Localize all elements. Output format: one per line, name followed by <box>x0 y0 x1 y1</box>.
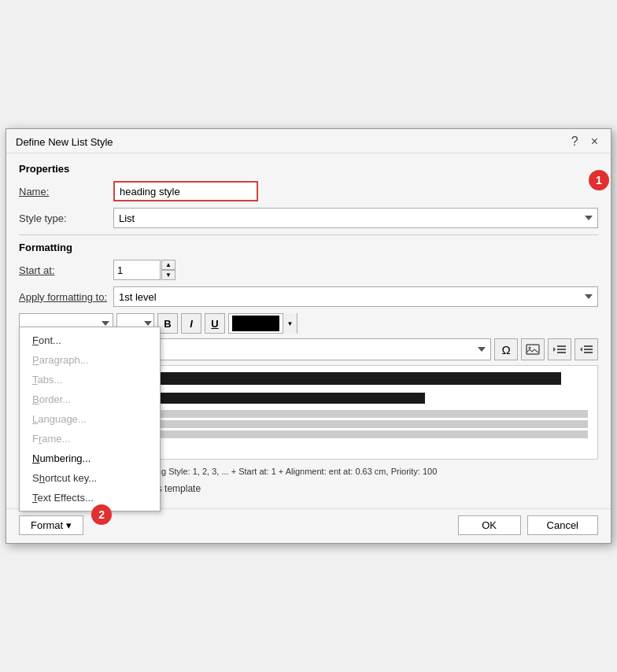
formatting-section-label: Formatting <box>19 242 598 253</box>
dropdown-item-paragraph: Paragraph... <box>20 350 160 370</box>
properties-section-label: Properties <box>19 163 598 175</box>
title-bar-controls: ? × <box>568 135 601 148</box>
color-dropdown-arrow[interactable]: ▼ <box>283 313 297 334</box>
svg-rect-12 <box>526 345 539 354</box>
dropdown-item-shortcut[interactable]: Shortcut key... <box>20 468 160 488</box>
cancel-button[interactable]: Cancel <box>527 515 598 535</box>
format-button-wrapper: Format ▾ 2 <box>19 515 83 535</box>
define-new-list-style-dialog: Define New List Style ? × Properties Nam… <box>6 128 611 543</box>
start-at-input[interactable] <box>113 260 161 280</box>
annotation-badge-2: 2 <box>91 504 112 525</box>
start-at-row: Start at: ▲ ▼ <box>19 260 598 280</box>
style-type-label: Style type: <box>19 212 113 224</box>
name-row: Name: 1 <box>19 181 598 201</box>
increase-indent-icon <box>579 342 593 356</box>
divider-1 <box>19 234 598 235</box>
help-button[interactable]: ? <box>568 135 582 148</box>
svg-rect-16 <box>557 352 566 353</box>
name-label: Name: <box>19 186 113 198</box>
apply-to-select[interactable]: 1st level 2nd level 3rd level <box>113 286 598 307</box>
start-at-down[interactable]: ▼ <box>161 270 175 280</box>
svg-point-13 <box>529 347 531 349</box>
svg-rect-18 <box>584 349 593 350</box>
dropdown-item-font[interactable]: Font... <box>20 330 160 350</box>
format-button[interactable]: Format ▾ <box>19 515 83 535</box>
name-input[interactable] <box>113 181 258 201</box>
apply-to-row: Apply formatting to: 1st level 2nd level… <box>19 286 598 307</box>
dialog-footer: Format ▾ 2 OK Cancel <box>6 508 611 543</box>
dropdown-item-border: Border... <box>20 390 160 409</box>
svg-rect-15 <box>557 349 566 350</box>
svg-rect-14 <box>557 345 566 347</box>
font-color-picker[interactable]: ▼ <box>228 313 297 334</box>
svg-rect-17 <box>584 345 593 347</box>
picture-button[interactable] <box>521 338 545 360</box>
close-button[interactable]: × <box>588 135 601 148</box>
name-input-wrapper: 1 <box>113 181 598 201</box>
dropdown-item-frame: Frame... <box>20 429 160 449</box>
decrease-indent-button[interactable] <box>548 338 571 360</box>
dropdown-item-text-effects[interactable]: Text Effects... <box>20 488 160 508</box>
ok-cancel-group: OK Cancel <box>458 515 598 535</box>
dropdown-item-language: Language... <box>20 409 160 429</box>
symbol-button[interactable]: Ω <box>494 338 518 360</box>
start-at-spinners: ▲ ▼ <box>161 260 175 280</box>
dropdown-item-tabs: Tabs... <box>20 370 160 390</box>
start-at-label: Start at: <box>19 264 113 276</box>
apply-to-label: Apply formatting to: <box>19 291 113 303</box>
start-at-up[interactable]: ▲ <box>161 260 175 270</box>
ok-button[interactable]: OK <box>458 515 521 535</box>
annotation-badge-1: 1 <box>589 170 609 190</box>
title-bar: Define New List Style ? × <box>6 129 611 153</box>
italic-button[interactable]: I <box>181 313 201 334</box>
dropdown-item-numbering[interactable]: Numbering... <box>20 449 160 468</box>
dialog-title: Define New List Style <box>16 136 113 148</box>
format-dropdown-menu: Font... Paragraph... Tabs... Border... L… <box>19 327 161 511</box>
picture-icon <box>526 342 540 356</box>
increase-indent-button[interactable] <box>575 338 598 360</box>
color-swatch <box>232 316 279 331</box>
underline-button[interactable]: U <box>205 313 225 334</box>
style-type-row: Style type: List <box>19 208 598 228</box>
decrease-indent-icon <box>552 342 567 356</box>
svg-rect-19 <box>584 352 593 353</box>
style-type-select[interactable]: List <box>113 208 598 228</box>
